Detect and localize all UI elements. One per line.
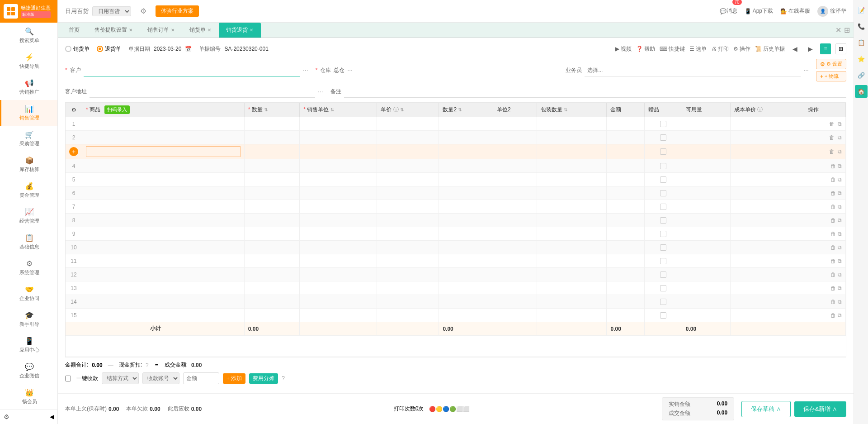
one-key-payment-checkbox[interactable]	[65, 376, 71, 381]
history-action[interactable]: 📜 历史单据	[755, 45, 785, 53]
save-draft-btn[interactable]: 保存草稿 ∧	[741, 401, 791, 417]
address-input[interactable]	[90, 85, 315, 98]
gift-checkbox-11[interactable]	[660, 258, 666, 264]
copy-icon-4[interactable]: ⧉	[838, 163, 842, 169]
radio-sale[interactable]: 销货单	[65, 45, 90, 53]
select-action[interactable]: ☰ 选单	[689, 45, 707, 53]
tab-close-price-setting[interactable]: ✕	[129, 28, 132, 33]
print-action[interactable]: 🖨 打印	[711, 45, 729, 53]
price-sort-icon[interactable]: ⇅	[400, 107, 404, 112]
gift-checkbox-6[interactable]	[660, 190, 666, 196]
customer-input[interactable]	[84, 64, 300, 76]
tab-sales-delivery[interactable]: 销货单 ✕	[182, 23, 219, 38]
help-question[interactable]: ?	[146, 362, 149, 368]
copy-icon-2[interactable]: ⧉	[838, 134, 842, 141]
sidebar-item-member[interactable]: 👑 畅会员	[0, 384, 57, 409]
gift-checkbox-14[interactable]	[660, 299, 666, 305]
account-select[interactable]: 收款账号	[142, 372, 179, 384]
calendar-icon[interactable]: 📅	[185, 46, 192, 52]
gift-checkbox-15[interactable]	[660, 312, 666, 319]
view-grid-btn[interactable]: ⊞	[835, 43, 846, 54]
sidebar-item-marketing[interactable]: 📢 营销推广	[0, 74, 57, 100]
copy-icon-8[interactable]: ⧉	[838, 217, 842, 224]
delete-icon-12[interactable]: 🗑	[830, 272, 836, 278]
sidebar-item-purchase[interactable]: 🛒 采购管理	[0, 126, 57, 152]
logistics-btn[interactable]: + + 物流	[816, 71, 846, 81]
copy-icon-13[interactable]: ⧉	[838, 285, 842, 291]
add-btn[interactable]: + 添加	[223, 373, 245, 384]
user-info[interactable]: 👤 徐泽华	[817, 6, 846, 17]
operate-action[interactable]: ⚙ 操作	[733, 45, 750, 53]
payment-method-select[interactable]: 结算方式	[102, 372, 139, 384]
online-service-btn[interactable]: 💁 在线客服	[780, 7, 810, 15]
copy-icon-5[interactable]: ⧉	[838, 176, 842, 183]
sidebar-item-basic-info[interactable]: 📋 基础信息	[0, 229, 57, 255]
sidebar-collapse-icon[interactable]: ◀	[50, 414, 54, 420]
right-panel-home[interactable]: 🏠	[855, 85, 868, 98]
qty-sort-icon[interactable]: ⇅	[264, 107, 268, 112]
copy-icon-15[interactable]: ⧉	[838, 312, 842, 319]
delete-icon-11[interactable]: 🗑	[830, 258, 836, 264]
next-record-btn[interactable]: ▶	[805, 43, 816, 54]
tab-close-sales-return[interactable]: ✕	[250, 28, 253, 33]
copy-icon-3[interactable]: ⧉	[838, 148, 842, 155]
sidebar-item-inventory[interactable]: 📦 库存核算	[0, 152, 57, 177]
settings-btn[interactable]: ⚙ ⚙ 设置	[816, 59, 846, 69]
copy-icon-1[interactable]: ⧉	[838, 121, 842, 127]
col-setting-header[interactable]: ⚙	[66, 103, 82, 117]
gift-checkbox-7[interactable]	[660, 204, 666, 210]
sidebar-settings-icon[interactable]: ⚙	[4, 413, 9, 420]
delete-icon-9[interactable]: 🗑	[830, 231, 836, 237]
sidebar-item-quick-nav[interactable]: ⚡ 快捷导航	[0, 48, 57, 74]
tab-sales-return[interactable]: 销货退货 ✕	[219, 23, 261, 38]
sidebar-item-search[interactable]: 🔍 搜索菜单	[0, 23, 57, 48]
copy-icon-12[interactable]: ⧉	[838, 272, 842, 278]
gift-checkbox-12[interactable]	[660, 272, 666, 278]
delete-icon-2[interactable]: 🗑	[829, 134, 835, 141]
sidebar-item-weixin[interactable]: 💬 企业微信	[0, 358, 57, 384]
copy-icon-9[interactable]: ⧉	[838, 231, 842, 237]
sidebar-item-system[interactable]: ⚙ 系统管理	[0, 255, 57, 281]
delete-icon-7[interactable]: 🗑	[830, 204, 836, 210]
unit-sort-icon[interactable]: ⇅	[330, 107, 334, 112]
table-settings-icon[interactable]: ⚙	[71, 107, 76, 113]
tab-home[interactable]: 首页	[61, 23, 87, 38]
breadcrumb-select[interactable]: 日用百货	[92, 6, 131, 16]
right-panel-notes[interactable]: 📝	[855, 4, 868, 16]
tab-close-all-btn[interactable]: ✕	[835, 26, 841, 34]
gift-checkbox-9[interactable]	[660, 231, 666, 237]
warehouse-select-btn[interactable]: ···	[347, 67, 353, 74]
video-action[interactable]: ▶ 视频	[615, 45, 632, 53]
right-panel-clipboard[interactable]: 📋	[855, 36, 868, 49]
help-action[interactable]: ❓ 帮助	[636, 45, 655, 53]
sidebar-item-guide[interactable]: 🎓 新手引导	[0, 306, 57, 332]
pkgqty-sort-icon[interactable]: ⇅	[564, 107, 567, 112]
tab-sales-order[interactable]: 销售订单 ✕	[140, 23, 182, 38]
fee-split-btn[interactable]: 费用分摊	[249, 373, 278, 384]
right-panel-phone[interactable]: 📞	[855, 20, 868, 33]
prev-record-btn[interactable]: ◀	[789, 43, 800, 54]
scan-btn[interactable]: 扫码录入	[104, 105, 130, 114]
settings-gear-btn[interactable]: ⚙	[135, 5, 152, 17]
sidebar-item-sales[interactable]: 📊 销售管理	[0, 100, 57, 126]
app-download-btn[interactable]: 📱 App下载	[745, 7, 773, 15]
copy-icon-10[interactable]: ⧉	[838, 244, 842, 251]
delete-icon-8[interactable]: 🗑	[830, 217, 836, 224]
customer-select-btn[interactable]: ···	[303, 67, 308, 74]
delete-icon-4[interactable]: 🗑	[830, 163, 836, 169]
tab-close-sales-order[interactable]: ✕	[171, 28, 175, 33]
view-list-btn[interactable]: ≡	[820, 43, 831, 54]
gift-checkbox-5[interactable]	[660, 176, 666, 183]
staff-select-btn[interactable]: ···	[803, 67, 809, 74]
delete-icon-6[interactable]: 🗑	[830, 190, 836, 196]
tab-close-sales-delivery[interactable]: ✕	[208, 28, 211, 33]
qty2-sort-icon[interactable]: ⇅	[458, 107, 462, 112]
delete-icon-3[interactable]: 🗑	[829, 148, 835, 155]
delete-icon-5[interactable]: 🗑	[830, 176, 836, 183]
staff-input[interactable]	[585, 64, 801, 76]
copy-icon-6[interactable]: ⧉	[838, 190, 842, 196]
right-panel-star[interactable]: ⭐	[855, 52, 868, 65]
sidebar-item-finance[interactable]: 💰 资金管理	[0, 177, 57, 203]
delete-icon-10[interactable]: 🗑	[830, 244, 836, 251]
delete-icon-13[interactable]: 🗑	[830, 285, 836, 291]
